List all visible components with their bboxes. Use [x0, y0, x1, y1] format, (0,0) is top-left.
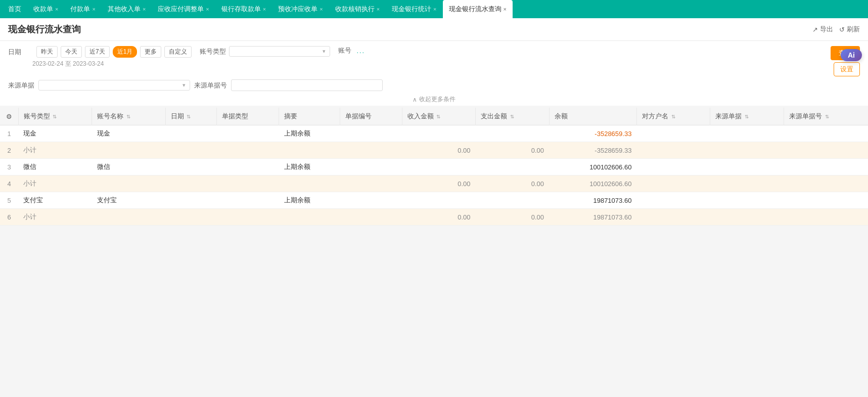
col-counterpart[interactable]: 对方户名 ⇅ — [636, 108, 710, 125]
table-row[interactable]: 3 微信 微信 上期余额 100102606.60 — [0, 159, 868, 175]
cell-doc-type — [217, 209, 279, 226]
refresh-label: 刷新 — [847, 25, 860, 34]
table-row[interactable]: 1 现金 现金 上期余额 -3528659.33 — [0, 125, 868, 142]
cell-num: 5 — [0, 192, 18, 209]
ai-badge[interactable]: Ai — [841, 49, 862, 61]
date-btn-7days[interactable]: 近7天 — [85, 46, 110, 58]
nav-home[interactable]: 首页 — [2, 0, 27, 18]
col-account-type[interactable]: 账号类型 ⇅ — [18, 108, 92, 125]
cell-num: 4 — [0, 175, 18, 192]
table-area: ⚙ 账号类型 ⇅ 账号名称 ⇅ 日期 ⇅ 单据类型 摘要 — [0, 108, 868, 226]
account-type-select[interactable]: ▾ — [229, 46, 330, 57]
nav-prepay-label: 预收冲应收单 — [278, 0, 317, 18]
source-doc-label: 来源单据 — [8, 81, 34, 90]
source-doc-no-label: 来源单据号 — [194, 81, 227, 90]
nav-cash-flow-close[interactable]: × — [504, 0, 507, 18]
col-account-name[interactable]: 账号名称 ⇅ — [92, 108, 166, 125]
cell-source-doc-no — [784, 125, 868, 142]
nav-collection[interactable]: 收款核销执行 × — [329, 0, 386, 18]
page-title: 现金银行流水查询 — [8, 23, 81, 35]
nav-payment-close[interactable]: × — [92, 0, 95, 18]
cell-income — [402, 159, 476, 175]
account-label: 账号 — [338, 46, 353, 55]
cell-account-type: 小计 — [18, 142, 92, 159]
setting-button[interactable]: 设置 — [834, 62, 860, 76]
col-counterpart-sort-icon: ⇅ — [671, 114, 675, 119]
account-dots-button[interactable]: ... — [356, 47, 365, 55]
nav-adjustment[interactable]: 应收应付调整单 × — [152, 0, 215, 18]
cell-summary: 上期余额 — [279, 125, 340, 142]
col-expense[interactable]: 支出金额 ⇅ — [476, 108, 550, 125]
account-type-label: 账号类型 — [200, 47, 226, 56]
cell-expense: 0.00 — [476, 142, 550, 159]
col-source-doc[interactable]: 来源单据 ⇅ — [710, 108, 784, 125]
col-balance[interactable]: 余额 — [549, 108, 636, 125]
col-source-doc-no-sort-icon: ⇅ — [825, 114, 829, 119]
date-options: 昨天 今天 近7天 近1月 更多 自定义 — [36, 46, 192, 58]
table-row[interactable]: 2 小计 0.00 0.00 -3528659.33 — [0, 142, 868, 159]
top-navigation: 首页 收款单 × 付款单 × 其他收入单 × 应收应付调整单 × 银行存取款单 … — [0, 0, 868, 18]
nav-cash-stats-label: 现金银行统计 — [392, 0, 431, 18]
cell-date — [165, 159, 217, 175]
export-icon: ↗ — [812, 26, 818, 33]
col-income[interactable]: 收入金额 ⇅ — [402, 108, 476, 125]
table-row[interactable]: 4 小计 0.00 0.00 100102606.60 — [0, 175, 868, 192]
nav-cash-stats-close[interactable]: × — [433, 0, 436, 18]
collapse-bar[interactable]: ∧ 收起更多条件 — [8, 93, 860, 106]
col-income-sort-icon: ⇅ — [436, 114, 440, 119]
source-doc-select[interactable]: ▾ — [38, 80, 190, 91]
nav-bank-deposit-label: 银行存取款单 — [221, 0, 261, 18]
nav-payment-label: 付款单 — [70, 0, 90, 18]
nav-receipt-close[interactable]: × — [55, 0, 58, 18]
table-row[interactable]: 5 支付宝 支付宝 上期余额 19871073.60 — [0, 192, 868, 209]
export-button[interactable]: ↗ 导出 — [812, 25, 833, 34]
col-date-sort-icon: ⇅ — [187, 114, 191, 119]
date-btn-custom[interactable]: 自定义 — [164, 46, 192, 58]
nav-bank-deposit[interactable]: 银行存取款单 × — [215, 0, 272, 18]
date-btn-more[interactable]: 更多 — [140, 46, 161, 58]
table-row[interactable]: 6 小计 0.00 0.00 19871073.60 — [0, 209, 868, 226]
refresh-icon: ↺ — [839, 26, 845, 33]
col-source-doc-sort-icon: ⇅ — [745, 114, 749, 119]
source-doc-no-input[interactable] — [231, 79, 383, 91]
cell-income — [402, 125, 476, 142]
nav-receipt[interactable]: 收款单 × — [27, 0, 64, 18]
col-gear[interactable]: ⚙ — [0, 108, 18, 125]
nav-cash-flow[interactable]: 现金银行流水查询 × — [443, 0, 513, 18]
cell-doc-type — [217, 175, 279, 192]
cell-doc-no — [340, 175, 402, 192]
nav-prepay-close[interactable]: × — [319, 0, 323, 18]
cell-doc-no — [340, 125, 402, 142]
nav-other-income[interactable]: 其他收入单 × — [102, 0, 152, 18]
col-summary[interactable]: 摘要 — [279, 108, 340, 125]
nav-payment[interactable]: 付款单 × — [64, 0, 101, 18]
date-btn-1month[interactable]: 近1月 — [113, 46, 138, 58]
cell-source-doc — [710, 142, 784, 159]
refresh-button[interactable]: ↺ 刷新 — [839, 25, 860, 34]
date-btn-yesterday[interactable]: 昨天 — [36, 46, 58, 58]
cell-account-name — [92, 142, 166, 159]
nav-adjustment-close[interactable]: × — [206, 0, 209, 18]
date-label: 日期 — [8, 48, 33, 57]
nav-receipt-label: 收款单 — [33, 0, 53, 18]
cell-expense — [476, 125, 550, 142]
cell-account-name: 支付宝 — [92, 192, 166, 209]
cell-expense: 0.00 — [476, 209, 550, 226]
col-doc-type-label: 单据类型 — [222, 112, 248, 120]
date-btn-today[interactable]: 今天 — [61, 46, 82, 58]
nav-cash-stats[interactable]: 现金银行统计 × — [386, 0, 442, 18]
col-date[interactable]: 日期 ⇅ — [165, 108, 217, 125]
data-table: ⚙ 账号类型 ⇅ 账号名称 ⇅ 日期 ⇅ 单据类型 摘要 — [0, 108, 868, 226]
col-doc-type[interactable]: 单据类型 — [217, 108, 279, 125]
nav-other-income-close[interactable]: × — [143, 0, 146, 18]
cell-date — [165, 142, 217, 159]
col-doc-no[interactable]: 单据编号 — [340, 108, 402, 125]
nav-prepay[interactable]: 预收冲应收单 × — [272, 0, 329, 18]
cell-summary — [279, 175, 340, 192]
cell-account-name — [92, 209, 166, 226]
col-counterpart-label: 对方户名 — [642, 112, 668, 120]
cell-source-doc-no — [784, 209, 868, 226]
col-source-doc-no[interactable]: 来源单据号 ⇅ — [784, 108, 868, 125]
nav-collection-close[interactable]: × — [377, 0, 380, 18]
nav-bank-deposit-close[interactable]: × — [263, 0, 266, 18]
